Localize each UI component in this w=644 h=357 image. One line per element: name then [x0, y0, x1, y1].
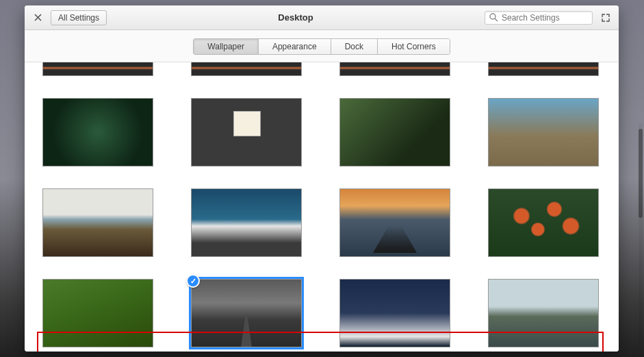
wallpaper-snow-mountain[interactable]: [191, 188, 302, 257]
tab-toolbar: Wallpaper Appearance Dock Hot Corners: [25, 30, 619, 62]
wallpaper-pier-sunset[interactable]: [339, 188, 450, 257]
maximize-button[interactable]: [598, 10, 613, 25]
wallpaper-pine[interactable]: [339, 98, 450, 167]
wallpaper-strip-2[interactable]: [191, 62, 302, 76]
tab-hot-corners[interactable]: Hot Corners: [378, 39, 450, 54]
wallpaper-road-storm[interactable]: ✓: [191, 279, 302, 347]
window-title: Desktop: [112, 12, 479, 23]
svg-point-0: [490, 14, 495, 19]
wallpaper-fern[interactable]: [42, 98, 153, 167]
search-icon: [489, 13, 498, 22]
wallpaper-coastal-falls[interactable]: [488, 279, 599, 347]
wallpaper-strip-1[interactable]: [42, 62, 153, 76]
tab-wallpaper[interactable]: Wallpaper: [194, 39, 259, 54]
settings-window: All Settings Desktop Wallpaper Appearanc…: [25, 5, 619, 352]
scrollbar-thumb[interactable]: [639, 129, 643, 218]
search-settings-field[interactable]: [485, 11, 593, 25]
wallpaper-wall[interactable]: [488, 98, 599, 167]
wallpaper-night-snow[interactable]: [339, 279, 450, 347]
wallpaper-strip-4[interactable]: [488, 62, 599, 76]
wallpaper-beach[interactable]: [42, 188, 153, 257]
search-input[interactable]: [502, 13, 588, 23]
maximize-icon: [602, 14, 610, 22]
wallpaper-grid: ✓: [25, 62, 619, 352]
tab-group: Wallpaper Appearance Dock Hot Corners: [193, 38, 450, 55]
all-settings-button[interactable]: All Settings: [51, 10, 107, 25]
tab-appearance[interactable]: Appearance: [259, 39, 331, 54]
close-icon: [34, 14, 42, 21]
wallpaper-grid-pane: ✓: [25, 62, 619, 352]
close-button[interactable]: [30, 10, 45, 25]
wallpaper-lamp[interactable]: [191, 98, 302, 167]
selected-check-icon: ✓: [186, 274, 200, 288]
wallpaper-green-hills[interactable]: [42, 279, 153, 347]
wallpaper-strip-3[interactable]: [339, 62, 450, 76]
tab-dock[interactable]: Dock: [331, 39, 378, 54]
wallpaper-tulips[interactable]: [488, 188, 599, 257]
header-bar: All Settings Desktop: [25, 5, 619, 30]
